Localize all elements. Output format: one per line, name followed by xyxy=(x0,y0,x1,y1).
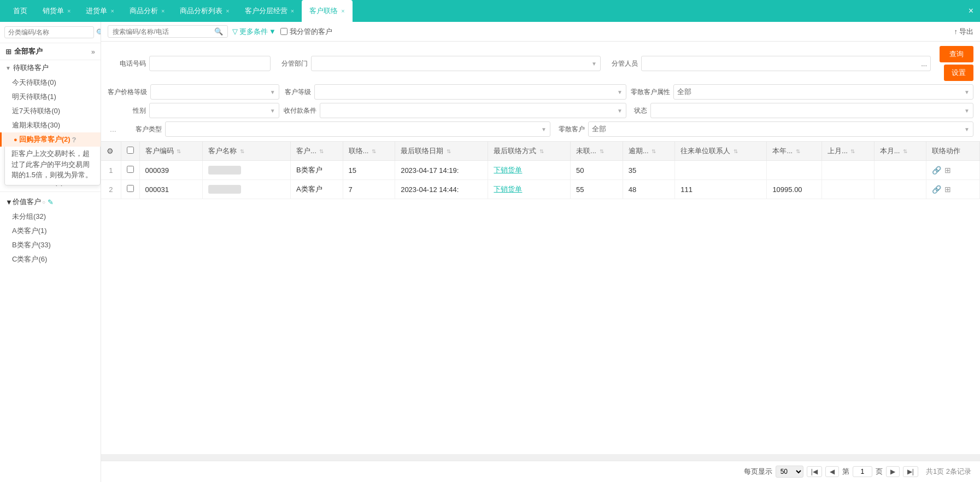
query-button[interactable]: 查询 xyxy=(940,46,973,62)
retail-customer-label: 零散客户 xyxy=(555,125,585,134)
close-purchase-order-icon[interactable]: × xyxy=(110,8,114,14)
sidebar-item-week[interactable]: 近7天待联络(0) xyxy=(0,104,101,118)
col-contact-count[interactable]: 联络... ⇅ xyxy=(343,142,395,161)
col-name[interactable]: 客户名称 ⇅ xyxy=(203,142,291,161)
retail-attr-select[interactable]: 全部 ▼ xyxy=(673,84,973,100)
search-icon[interactable]: 🔍 xyxy=(214,27,223,36)
last-page-button[interactable]: ▶| xyxy=(903,466,918,477)
filter-row-1: 电话号码 分管部门 ▼ 分管人员 ... 查询 设置 xyxy=(108,46,973,81)
filter-dept: 分管部门 ▼ xyxy=(275,56,601,71)
row-last-date: 2023-04-12 14:44: xyxy=(395,180,488,199)
nav-product-analysis-list[interactable]: 商品分析列表 × xyxy=(172,0,237,22)
nav-customer-segment[interactable]: 客户分层经营 × xyxy=(237,0,302,22)
filter-row-4: ... 客户类型 ▼ 零散客户 全部 ▼ xyxy=(108,121,973,137)
row-num: 2 xyxy=(101,180,121,199)
dept-select[interactable]: ▼ xyxy=(311,56,601,71)
export-button[interactable]: ↑ 导出 xyxy=(954,27,974,37)
my-customers-checkbox[interactable] xyxy=(280,28,287,35)
close-customer-contact-icon[interactable]: × xyxy=(341,8,344,14)
col-unlinked[interactable]: 未联... ⇅ xyxy=(571,142,623,161)
price-level-label: 客户价格等级 xyxy=(108,88,147,97)
close-sales-order-icon[interactable]: × xyxy=(67,8,71,14)
nav-customer-contact[interactable]: 客户联络 × xyxy=(302,0,352,22)
close-customer-segment-icon[interactable]: × xyxy=(291,8,294,14)
sidebar-search-area: 🔍 xyxy=(0,22,101,43)
top-nav: 首页 销货单 × 进货单 × 商品分析 × 商品分析列表 × 客户分层经营 × … xyxy=(0,0,980,22)
nav-sales-order[interactable]: 销货单 × xyxy=(35,0,78,22)
nav-purchase-order[interactable]: 进货单 × xyxy=(78,0,121,22)
first-page-button[interactable]: |◀ xyxy=(807,466,822,477)
settings-button[interactable]: 设置 xyxy=(944,65,973,81)
row-contacts xyxy=(675,161,767,180)
close-product-analysis-icon[interactable]: × xyxy=(161,8,165,14)
gender-select[interactable]: ▼ xyxy=(149,103,279,118)
my-customers-filter[interactable]: 我分管的客户 xyxy=(280,27,332,37)
per-page-select[interactable]: 50 100 200 xyxy=(776,466,803,478)
more-conditions-button[interactable]: ▽ 更多条件 ▼ xyxy=(232,27,276,37)
row-grid-icon[interactable]: ⊞ xyxy=(944,185,951,194)
col-contacts[interactable]: 往来单位联系人 ⇅ xyxy=(675,142,767,161)
row-code: 000039 xyxy=(139,161,203,180)
row-grid-icon[interactable]: ⊞ xyxy=(944,166,951,175)
customer-type-arrow: ▼ xyxy=(541,126,547,132)
horizontal-scrollbar[interactable] xyxy=(101,454,980,461)
nav-home[interactable]: 首页 xyxy=(5,0,35,22)
row-link-icon[interactable]: 🔗 xyxy=(932,166,941,175)
price-level-select[interactable]: ▼ xyxy=(150,84,279,100)
sidebar-item-c-class[interactable]: C类客户(6) xyxy=(0,252,101,266)
sort-year-icon: ⇅ xyxy=(796,148,800,154)
row-name xyxy=(203,180,291,199)
close-product-analysis-list-icon[interactable]: × xyxy=(226,8,229,14)
payment-select[interactable]: ▼ xyxy=(320,103,626,118)
col-code[interactable]: 客户编码 ⇅ xyxy=(139,142,203,161)
status-select[interactable]: ▼ xyxy=(650,103,973,118)
pending-group-title[interactable]: ▼ 待联络客户 xyxy=(0,60,101,76)
sidebar-item-abnormal[interactable]: ● 回购异常客户(2) ? xyxy=(0,132,101,147)
more-dots[interactable]: ... xyxy=(108,125,119,133)
nav-product-analysis[interactable]: 商品分析 × xyxy=(122,0,172,22)
person-select[interactable]: ... xyxy=(641,56,931,71)
sidebar-item-today[interactable]: 今天待联络(0) xyxy=(0,76,101,90)
col-last-month[interactable]: 上月... ⇅ xyxy=(822,142,875,161)
row-unlinked: 50 xyxy=(571,161,623,180)
prev-page-button[interactable]: ◀ xyxy=(825,466,839,477)
sidebar-item-unclassified[interactable]: 未分组(32) xyxy=(0,210,101,224)
sidebar-item-tomorrow[interactable]: 明天待联络(1) xyxy=(0,90,101,104)
col-overdue[interactable]: 逾期... ⇅ xyxy=(623,142,675,161)
row-link-icon[interactable]: 🔗 xyxy=(932,185,941,194)
sidebar-item-overdue[interactable]: 逾期未联络(30) xyxy=(0,118,101,132)
retail-customer-select[interactable]: 全部 ▼ xyxy=(588,121,973,137)
customer-level-select[interactable]: ▼ xyxy=(314,84,626,100)
customer-type-select[interactable]: ▼ xyxy=(165,121,550,137)
row-this-month xyxy=(874,161,926,180)
col-type[interactable]: 客户... ⇅ xyxy=(290,142,343,161)
sidebar-item-a-class[interactable]: A类客户(1) xyxy=(0,224,101,238)
col-this-year[interactable]: 本年... ⇅ xyxy=(767,142,822,161)
sidebar-collapse-icon[interactable]: » xyxy=(91,48,95,56)
filter-row-2: 客户价格等级 ▼ 客户等级 ▼ 零散客户属性 全部 ▼ xyxy=(108,84,973,100)
page-input[interactable] xyxy=(853,466,872,477)
select-all-checkbox[interactable] xyxy=(127,147,134,154)
sort-method-icon: ⇅ xyxy=(539,148,544,154)
row-checkbox[interactable] xyxy=(127,166,134,173)
search-input[interactable] xyxy=(113,28,212,36)
row-checkbox[interactable] xyxy=(127,185,134,192)
col-last-date[interactable]: 最后联络日期 ⇅ xyxy=(395,142,488,161)
page-label: 第 xyxy=(842,467,849,477)
col-settings: ⚙ xyxy=(101,142,121,161)
sidebar-search-icon[interactable]: 🔍 xyxy=(96,28,101,37)
col-this-month[interactable]: 本月... ⇅ xyxy=(874,142,926,161)
edit-icon[interactable]: ✎ xyxy=(48,198,54,206)
col-last-method[interactable]: 最后联络方式 ⇅ xyxy=(488,142,571,161)
sidebar-search-input[interactable] xyxy=(4,26,94,38)
gender-label: 性别 xyxy=(108,106,146,115)
filter-status: 状态 ▼ xyxy=(631,103,973,118)
sidebar-item-b-class[interactable]: B类客户(33) xyxy=(0,238,101,252)
close-all-tabs-button[interactable]: × xyxy=(969,6,973,16)
table-settings-icon[interactable]: ⚙ xyxy=(107,147,114,155)
phone-input[interactable] xyxy=(149,56,271,71)
phone-label: 电话号码 xyxy=(108,59,146,68)
total-info: 共1页 2条记录 xyxy=(926,467,971,477)
next-page-button[interactable]: ▶ xyxy=(886,466,900,477)
payment-arrow: ▼ xyxy=(617,108,623,114)
